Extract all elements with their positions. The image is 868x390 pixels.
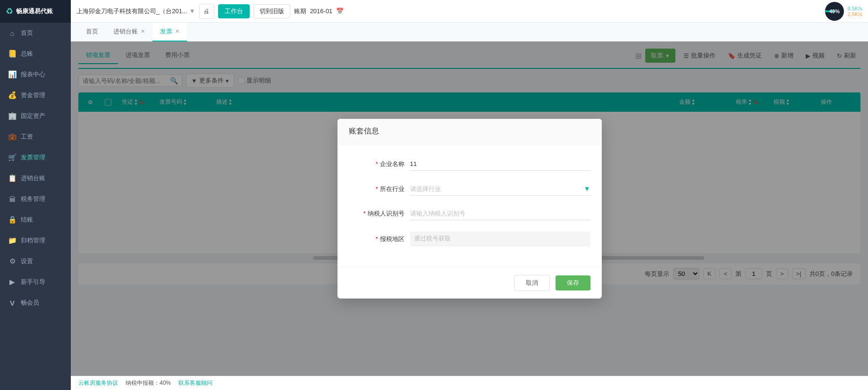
network-status: 49% 8.5K/s 2.6K/s <box>823 0 862 23</box>
sidebar-item-closing[interactable]: 🔒 结账 <box>0 209 71 230</box>
modal-header: 账套信息 <box>337 119 602 144</box>
save-button[interactable]: 保存 <box>556 275 590 290</box>
speed-indicator: 49% <box>823 0 846 23</box>
account-period: 账期 2016-01 📅 <box>294 7 344 16</box>
company-name-label: * 企业名称 <box>349 160 410 168</box>
company-name-input[interactable] <box>410 158 590 171</box>
form-row-tax-id: * 纳税人识别号 <box>349 207 590 220</box>
tax-id-input[interactable] <box>410 207 590 220</box>
sidebar-item-vip[interactable]: V 畅会员 <box>0 292 71 313</box>
form-row-industry: * 所在行业 请选择行业 ▼ <box>349 182 590 196</box>
tab-purchase-sale-close[interactable]: ✕ <box>141 28 145 34</box>
sidebar-item-ledger[interactable]: 📒 总账 <box>0 43 71 64</box>
sidebar-item-salary[interactable]: 💼 工资 <box>0 126 71 147</box>
sidebar-item-settings[interactable]: ⚙ 设置 <box>0 251 71 272</box>
bottom-bar: 云帐房服务协议 纳税申报额：40% 联系客服顾问 <box>71 376 868 390</box>
tax-region-label: * 报税地区 <box>349 235 410 243</box>
home-icon: ⌂ <box>8 28 17 38</box>
tax-declaration-info: 纳税申报额：40% <box>126 379 171 387</box>
assets-icon: 🏢 <box>8 111 17 121</box>
tax-icon: 🏛 <box>8 194 17 204</box>
form-row-tax-region: * 报税地区 通过税号获取 <box>349 232 590 246</box>
sidebar-item-tax[interactable]: 🏛 税务管理 <box>0 189 71 209</box>
tab-invoice[interactable]: 发票 ✕ <box>152 23 187 41</box>
print-icon: 🖨 <box>203 8 210 15</box>
account-info-modal: 账套信息 * 企业名称 <box>337 119 602 299</box>
funds-icon: 💰 <box>8 91 17 100</box>
logo-icon: ♻ <box>6 6 13 17</box>
contact-advisor-link[interactable]: 联系客服顾问 <box>178 379 212 387</box>
calendar-icon[interactable]: 📅 <box>336 8 344 15</box>
closing-icon: 🔒 <box>8 215 17 224</box>
sidebar-logo: ♻ 畅康通易代账 <box>0 0 71 23</box>
tab-invoice-close[interactable]: ✕ <box>175 28 179 34</box>
logo-text: 畅康通易代账 <box>16 7 53 16</box>
tax-id-label: * 纳税人识别号 <box>349 209 410 218</box>
sidebar-item-reports[interactable]: 📊 报表中心 <box>0 64 71 85</box>
sidebar-item-home[interactable]: ⌂ 首页 <box>0 23 71 43</box>
company-dropdown-arrow[interactable]: ▼ <box>189 8 195 15</box>
industry-label: * 所在行业 <box>349 185 410 193</box>
service-agreement-link[interactable]: 云帐房服务协议 <box>78 379 118 387</box>
vip-icon: V <box>8 298 17 307</box>
tab-home[interactable]: 首页 <box>78 23 106 41</box>
print-icon-btn[interactable]: 🖨 <box>199 4 214 19</box>
invoice-icon: 🛒 <box>8 153 17 162</box>
tab-purchase-sale[interactable]: 进销台账 ✕ <box>106 23 152 41</box>
top-bar: 上海卯金刀电子科技有限公司_（台201... ▼ 🖨 工作台 切到旧版 账期 2… <box>71 0 868 23</box>
form-row-company-name: * 企业名称 <box>349 158 590 171</box>
sidebar-item-archive[interactable]: 📁 归档管理 <box>0 230 71 251</box>
sidebar-item-guide[interactable]: ▶ 新手引导 <box>0 272 71 292</box>
modal-overlay: 账套信息 * 企业名称 <box>71 41 868 376</box>
modal-footer: 取消 保存 <box>337 267 602 299</box>
salary-icon: 💼 <box>8 132 17 141</box>
sidebar-item-purchase-sale[interactable]: 📋 进销台账 <box>0 168 71 189</box>
company-name: 上海卯金刀电子科技有限公司_（台201... ▼ <box>76 7 195 16</box>
tax-region-display: 通过税号获取 <box>410 232 590 246</box>
ledger-icon: 📒 <box>8 49 17 58</box>
archive-icon: 📁 <box>8 236 17 245</box>
reports-icon: 📊 <box>8 70 17 79</box>
main-area: 上海卯金刀电子科技有限公司_（台201... ▼ 🖨 工作台 切到旧版 账期 2… <box>71 0 868 390</box>
nav-tabs: 首页 进销台账 ✕ 发票 ✕ <box>71 23 868 41</box>
purchase-sale-icon: 📋 <box>8 174 17 183</box>
content: 销项发票 进项发票 费用小票 ⊞ 取票 ▼ <box>71 41 868 376</box>
sidebar-item-invoice[interactable]: 🛒 发票管理 <box>0 147 71 168</box>
settings-icon: ⚙ <box>8 257 17 266</box>
industry-dropdown-icon: ▼ <box>584 185 590 192</box>
industry-select[interactable]: 请选择行业 <box>410 185 584 192</box>
modal-body: * 企业名称 * 所在行业 <box>337 144 602 267</box>
industry-select-wrapper: 请选择行业 ▼ <box>410 182 590 196</box>
speed-values: 8.5K/s 2.6K/s <box>848 6 862 17</box>
cancel-button[interactable]: 取消 <box>514 275 550 291</box>
sidebar-item-funds[interactable]: 💰 资金管理 <box>0 85 71 106</box>
guide-icon: ▶ <box>8 277 17 287</box>
sidebar-item-assets[interactable]: 🏢 固定资产 <box>0 106 71 126</box>
svg-text:49%: 49% <box>829 8 840 14</box>
workbench-button[interactable]: 工作台 <box>218 4 250 18</box>
switch-old-button[interactable]: 切到旧版 <box>253 4 290 18</box>
sidebar: ♻ 畅康通易代账 ⌂ 首页 📒 总账 📊 报表中心 💰 资金管理 🏢 固定资产 … <box>0 0 71 390</box>
